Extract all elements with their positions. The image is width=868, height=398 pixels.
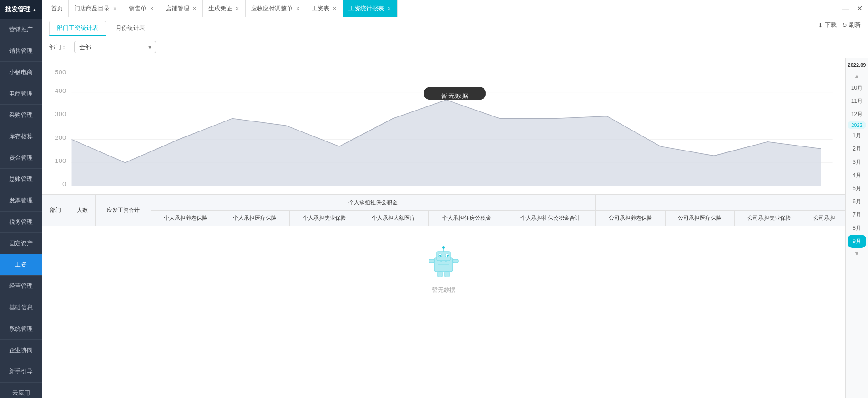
tab-label: 生成凭证 [208,5,232,13]
th-company-social [596,195,845,211]
arrow-up-button[interactable]: ▲ [852,71,862,81]
sidebar-item-企业协同[interactable]: 企业协同 [0,340,42,361]
empty-robot-icon [425,244,462,281]
inner-tab-月份统计表[interactable]: 月份统计表 [108,21,153,36]
timeline-month[interactable]: 12月 [846,108,868,121]
tab-应收应付调整单[interactable]: 应收应付调整单× [246,0,306,17]
svg-text:500: 500 [55,70,66,76]
th-personal-major-medical: 个人承担大额医疗 [359,211,429,226]
sidebar-item-电商管理[interactable]: 电商管理 [0,83,42,105]
table-container[interactable]: 部门 人数 应发工资合计 个人承担社保公积金 个人承担养老保险 个人承担医疗保险… [42,194,845,398]
tab-label: 门店商品目录 [74,5,110,13]
svg-text:300: 300 [55,111,66,118]
sidebar: 批发管理 ▲ 营销推广销售管理小畅电商电商管理采购管理库存核算资金管理总账管理发… [0,0,42,398]
tab-close-button[interactable]: × [149,5,154,12]
sidebar-header[interactable]: 批发管理 ▲ [0,0,42,19]
sidebar-item-发票管理[interactable]: 发票管理 [0,190,42,212]
chart-svg: 0 100 200 300 400 500 [49,65,838,191]
th-personal-unemployment: 个人承担失业保险 [289,211,359,226]
tab-首页[interactable]: 首页 [45,0,69,17]
tab-工资表[interactable]: 工资表× [306,0,343,17]
tabs-container: 首页门店商品目录×销售单×店铺管理×生成凭证×应收应付调整单×工资表×工资统计报… [45,0,398,17]
empty-state: 暂无数据 [42,226,845,312]
svg-rect-25 [445,272,449,277]
th-company-medical: 公司承担医疗保险 [665,211,735,226]
th-personal-medical: 个人承担医疗保险 [220,211,290,226]
table-header-row-1: 部门 人数 应发工资合计 个人承担社保公积金 [42,195,845,211]
tab-label: 工资表 [312,5,329,13]
timeline-month[interactable]: 8月 [846,222,868,235]
tab-工资统计报表[interactable]: 工资统计报表× [343,0,398,17]
tab-close-button[interactable]: × [112,5,117,12]
th-salary: 应发工资合计 [96,195,151,226]
timeline-month[interactable]: 10月 [846,81,868,95]
table-header-row-2: 个人承担养老保险 个人承担医疗保险 个人承担失业保险 个人承担大额医疗 个人承担… [42,211,845,226]
tab-bar-end: — ✕ [840,2,864,15]
svg-text:400: 400 [55,88,66,95]
sidebar-item-资金管理[interactable]: 资金管理 [0,147,42,169]
refresh-icon: ↻ [842,22,847,29]
sidebar-items-container: 营销推广销售管理小畅电商电商管理采购管理库存核算资金管理总账管理发票管理税务管理… [0,19,42,398]
dept-select[interactable]: 全部销售部财务部技术部行政部 [74,41,156,53]
sidebar-item-经营管理[interactable]: 经营管理 [0,276,42,297]
timeline-month[interactable]: 5月 [846,182,868,195]
tab-门店商品目录[interactable]: 门店商品目录× [69,0,123,17]
download-label: 下载 [825,21,837,29]
window-minimize-button[interactable]: — [840,3,851,15]
content-main: 0 100 200 300 400 500 [42,58,845,398]
th-personal-pension: 个人承担养老保险 [151,211,220,226]
inner-tabs: 部门工资统计表月份统计表 ⬇ 下载 ↻ 刷新 [42,17,868,36]
sidebar-item-营销推广[interactable]: 营销推广 [0,19,42,40]
refresh-button[interactable]: ↻ 刷新 [842,21,861,29]
tab-生成凭证[interactable]: 生成凭证× [203,0,246,17]
sidebar-item-新手引导[interactable]: 新手引导 [0,361,42,383]
timeline-month[interactable]: 7月 [846,208,868,222]
content-body: 0 100 200 300 400 500 [42,58,868,398]
sidebar-item-固定资产[interactable]: 固定资产 [0,233,42,254]
window-close-button[interactable]: ✕ [855,2,864,15]
timeline-month[interactable]: 1月 [846,129,868,142]
tab-close-button[interactable]: × [235,5,240,12]
tab-close-button[interactable]: × [295,5,300,12]
timeline-month[interactable]: 6月 [846,195,868,208]
arrow-down-button[interactable]: ▼ [852,248,862,259]
sidebar-item-云应用[interactable]: 云应用 [0,383,42,398]
inner-tab-部门工资统计表[interactable]: 部门工资统计表 [49,21,106,36]
sidebar-item-库存核算[interactable]: 库存核算 [0,126,42,147]
sidebar-item-小畅电商[interactable]: 小畅电商 [0,62,42,83]
svg-rect-24 [438,272,442,277]
timeline-date[interactable]: 2022.09 [846,60,868,71]
svg-text:暂无数据: 暂无数据 [441,93,469,99]
th-personal-social: 个人承担社保公积金 [151,195,595,211]
sidebar-item-税务管理[interactable]: 税务管理 [0,212,42,233]
timeline-month[interactable]: 11月 [846,95,868,108]
tab-销售单[interactable]: 销售单× [123,0,160,17]
dept-select-wrapper: 全部销售部财务部技术部行政部 ▼ [74,41,156,53]
tab-close-button[interactable]: × [387,5,392,12]
timeline-panel: 2022.09▲10月11月12月20221月2月3月4月5月6月7月8月9月▼ [845,58,868,398]
inner-tabs-container: 部门工资统计表月份统计表 [49,21,153,36]
tab-店铺管理[interactable]: 店铺管理× [160,0,203,17]
th-personal-housing: 个人承担住房公积金 [429,211,505,226]
timeline-month[interactable]: 3月 [846,156,868,169]
th-company-pension: 公司承担养老保险 [596,211,666,226]
tab-bar: 首页门店商品目录×销售单×店铺管理×生成凭证×应收应付调整单×工资表×工资统计报… [42,0,868,17]
sidebar-item-系统管理[interactable]: 系统管理 [0,318,42,340]
tab-close-button[interactable]: × [192,5,197,12]
timeline-month[interactable]: 9月 [848,235,866,248]
svg-rect-22 [429,259,434,263]
timeline-year[interactable]: 2022 [848,121,866,129]
sidebar-item-采购管理[interactable]: 采购管理 [0,105,42,126]
chart-container: 0 100 200 300 400 500 [42,58,845,194]
sidebar-item-基础信息[interactable]: 基础信息 [0,297,42,318]
tab-label: 应收应付调整单 [251,5,293,13]
sidebar-title: 批发管理 [5,5,30,14]
sidebar-item-总账管理[interactable]: 总账管理 [0,169,42,190]
dept-label: 部门： [49,43,67,51]
sidebar-item-工资[interactable]: 工资 [0,254,42,276]
timeline-month[interactable]: 4月 [846,169,868,182]
timeline-month[interactable]: 2月 [846,142,868,156]
download-button[interactable]: ⬇ 下载 [818,21,837,29]
sidebar-item-销售管理[interactable]: 销售管理 [0,40,42,62]
tab-close-button[interactable]: × [332,5,337,12]
